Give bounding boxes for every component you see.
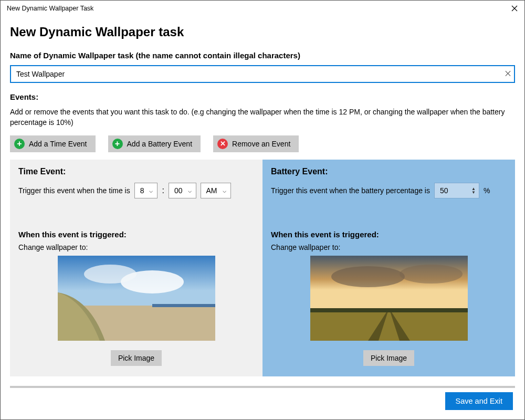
svg-rect-8 [310,308,468,341]
add-time-label: Add a Time Event [29,140,87,148]
spinner-arrows-icon[interactable]: ▲▼ [471,187,476,194]
task-name-input[interactable] [10,65,515,83]
clear-input-icon[interactable] [505,70,511,78]
time-event-panel: Time Event: Trigger this event when the … [10,160,262,376]
time-triggered-heading: When this event is triggered: [18,230,254,239]
battery-wallpaper-preview [310,256,468,341]
plus-icon: + [14,139,25,149]
battery-change-label: Change wallpaper to: [271,243,507,251]
minute-value: 00 [174,186,183,195]
add-battery-label: Add a Battery Event [127,140,193,148]
battery-triggered-heading: When this event is triggered: [271,230,507,239]
page-title: New Dynamic Wallpaper task [10,25,515,39]
titlebar: New Dynamic Wallpaper Task [1,1,524,16]
remove-event-button[interactable]: ✕ Remove an Event [213,135,299,152]
chevron-down-icon: ⌵ [223,187,226,194]
time-panel-title: Time Event: [18,167,254,176]
svg-point-2 [84,265,136,284]
battery-percentage-input[interactable]: 50 ▲▼ [434,183,479,198]
ampm-value: AM [206,186,217,195]
name-label: Name of Dynamic Wallpaper task (the name… [10,51,515,60]
time-pick-image-button[interactable]: Pick Image [111,350,162,366]
svg-rect-4 [152,304,215,307]
window-title: New Dynamic Wallpaper Task [7,5,93,12]
minute-select[interactable]: 00 ⌵ [169,183,196,198]
battery-panel-title: Battery Event: [271,167,507,176]
svg-point-6 [331,266,405,287]
close-icon[interactable] [510,4,519,13]
time-wallpaper-preview [58,256,215,341]
chevron-down-icon: ⌵ [149,187,153,194]
remove-label: Remove an Event [232,140,290,148]
battery-pick-image-button[interactable]: Pick Image [363,350,414,366]
plus-icon: + [112,139,123,149]
time-change-label: Change wallpaper to: [18,243,254,251]
chevron-down-icon: ⌵ [188,187,192,194]
ampm-select[interactable]: AM ⌵ [201,183,231,198]
battery-value: 50 [440,186,448,195]
remove-icon: ✕ [217,139,228,149]
add-time-event-button[interactable]: + Add a Time Event [10,135,96,152]
percent-label: % [484,186,490,195]
time-colon: : [162,186,164,195]
svg-point-7 [400,265,463,284]
events-description: Add or remove the events that you want t… [10,107,515,128]
save-and-exit-button[interactable]: Save and Exit [445,392,513,410]
hour-select[interactable]: 8 ⌵ [134,183,158,198]
horizontal-scrollbar[interactable] [10,386,515,388]
battery-trigger-label: Trigger this event when the battery perc… [271,186,430,195]
hour-value: 8 [140,186,144,195]
battery-event-panel: Battery Event: Trigger this event when t… [262,160,515,376]
add-battery-event-button[interactable]: + Add a Battery Event [108,135,201,152]
time-trigger-label: Trigger this event when the time is [18,186,130,195]
events-heading: Events: [10,92,515,101]
